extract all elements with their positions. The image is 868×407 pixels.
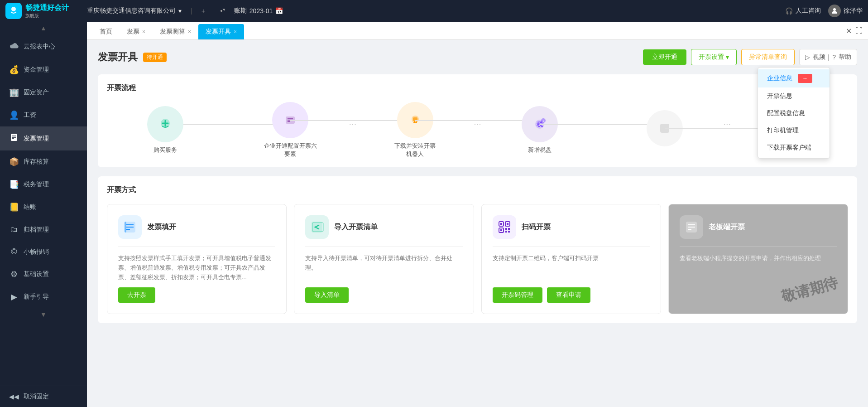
sidebar-scroll-down[interactable]: ▼ <box>0 308 87 321</box>
method-icon-import <box>305 215 329 239</box>
method-btn-3b[interactable]: 查看申请 <box>547 287 590 303</box>
settings-button[interactable] <box>214 5 229 16</box>
method-card-fill: 发票填开 支持按照发票样式手工填开发票；可开具增值税电子普通发票、增值税普通发票… <box>107 204 287 314</box>
method-btn-2[interactable]: 导入清单 <box>305 287 349 303</box>
dropdown-label: 打印机管理 <box>767 126 799 134</box>
status-badge: 待开通 <box>143 53 167 62</box>
tab-close-btn[interactable]: ✕ <box>846 26 852 35</box>
sidebar-item-inventory[interactable]: 📦 库存核算 <box>0 150 87 173</box>
connector-4: ··· <box>599 119 606 129</box>
sidebar-item-guide[interactable]: ▶ 新手引导 <box>0 286 87 308</box>
sidebar-unpin[interactable]: ◀◀ 取消固定 <box>0 386 87 407</box>
tab-invoice-close[interactable]: × <box>142 29 145 35</box>
sidebar-item-label: 固定资产 <box>24 88 49 97</box>
sidebar-item-label: 工资 <box>24 111 36 119</box>
svg-text:+: + <box>542 119 545 123</box>
tab-invoice-calc[interactable]: 发票测算 × <box>153 24 198 39</box>
method-icon-fill <box>118 215 142 239</box>
top-bar: 畅捷通好会计 旗舰版 重庆畅捷交通信息咨询有限公司 ▾ | + 账期 2023-… <box>0 0 868 22</box>
method-title-2: 导入开票清单 <box>334 223 378 232</box>
period-info: 账期 2023-01 📅 <box>234 7 283 15</box>
sidebar-item-archive[interactable]: 🗂 归档管理 <box>0 218 87 241</box>
abnormal-list-button[interactable]: 异常清单查询 <box>741 49 795 65</box>
divider: | <box>191 7 192 15</box>
dropdown-item-company[interactable]: 企业信息 → <box>758 69 830 87</box>
method-icon-qr <box>493 215 516 239</box>
calendar-icon[interactable]: 📅 <box>275 7 283 15</box>
add-button[interactable]: + <box>198 5 209 16</box>
sidebar-item-cloud-reports[interactable]: 云报表中心 <box>0 34 87 58</box>
flow-step-5 <box>606 110 723 150</box>
dropdown-item-invoice-info[interactable]: 开票信息 <box>758 87 830 105</box>
sidebar-item-assets[interactable]: 🏢 固定资产 <box>0 81 87 104</box>
support-button[interactable]: 🎧 人工咨询 <box>785 7 821 15</box>
sidebar-item-label: 税务管理 <box>24 180 49 189</box>
sidebar-item-tax[interactable]: 📑 税务管理 <box>0 173 87 196</box>
connector-5: ··· <box>723 119 731 129</box>
payment-methods-grid: 发票填开 支持按照发票样式手工填开发票；可开具增值税电子普通发票、增值税普通发票… <box>107 204 848 314</box>
method-card-qr: 扫码开票 支持定制开票二维码，客户端可扫码开票 开票码管理 查看申请 <box>481 204 661 314</box>
methods-section-title: 开票方式 <box>107 185 848 195</box>
svg-rect-22 <box>660 124 669 133</box>
video-help-button[interactable]: ▷ 视频 | ? 帮助 <box>799 49 857 65</box>
tab-invoice-open-close[interactable]: × <box>234 29 237 35</box>
user-button[interactable]: 徐泽华 <box>828 5 863 17</box>
sidebar-item-invoice[interactable]: 发票管理 <box>0 126 87 150</box>
svg-rect-42 <box>505 231 507 233</box>
sidebar-item-payroll[interactable]: 👤 工资 <box>0 104 87 126</box>
page-title: 发票开具 <box>98 50 138 64</box>
method-desc-2: 支持导入待开票清单，可对待开票清单进行拆分、合并处理。 <box>305 254 462 282</box>
sidebar-bottom-label: 取消固定 <box>24 392 49 401</box>
play-icon: ▷ <box>805 53 810 61</box>
flow-step-2: 企业开通配置开票六要素 <box>232 102 349 158</box>
sidebar-item-expense[interactable]: © 小畅报销 <box>0 241 87 263</box>
tab-invoice-label: 发票 <box>127 28 139 36</box>
company-selector[interactable]: 重庆畅捷交通信息咨询有限公司 ▾ <box>83 5 185 17</box>
method-header-1: 发票填开 <box>118 215 275 239</box>
settings-label: 开票设置 <box>699 53 724 61</box>
period-label: 账期 <box>234 7 247 15</box>
sidebar-item-label: 云报表中心 <box>24 43 55 51</box>
sidebar-item-label: 发票管理 <box>24 135 49 143</box>
svg-rect-41 <box>508 228 510 230</box>
sidebar-item-finance[interactable]: 💰 资金管理 <box>0 58 87 81</box>
svg-point-0 <box>11 7 16 11</box>
main-area: ▲ 云报表中心 💰 资金管理 🏢 固定资产 👤 工资 <box>0 22 868 407</box>
sidebar-scroll-up[interactable]: ▲ <box>0 22 87 34</box>
sidebar-item-label: 基础设置 <box>24 270 49 278</box>
dropdown-item-download[interactable]: 下载开票客户端 <box>758 139 830 156</box>
method-desc-3: 支持定制开票二维码，客户端可扫码开票 <box>493 254 650 282</box>
archive-icon: 🗂 <box>9 225 19 234</box>
method-header-2: 导入开票清单 <box>305 215 462 239</box>
help-label: 帮助 <box>839 53 851 61</box>
tab-invoice-open-label: 发票开具 <box>206 28 231 36</box>
svg-rect-40 <box>505 228 507 230</box>
method-btn-3a[interactable]: 开票码管理 <box>493 287 542 303</box>
dropdown-item-tax-config[interactable]: 配置税盘信息 <box>758 105 830 122</box>
sidebar-item-closing[interactable]: 📒 结账 <box>0 196 87 218</box>
tab-invoice-open[interactable]: 发票开具 × <box>198 24 244 39</box>
tab-maximize-btn[interactable]: ⛶ <box>855 26 863 35</box>
flow-section-title: 开票流程 <box>107 83 848 93</box>
method-btn-1[interactable]: 去开票 <box>118 287 155 303</box>
activate-button[interactable]: 立即开通 <box>643 49 686 65</box>
sidebar-item-label: 结账 <box>24 203 36 211</box>
svg-text:→: → <box>802 75 808 82</box>
expense-icon: © <box>9 247 19 257</box>
settings-dropdown-button[interactable]: 开票设置 ▾ <box>691 49 737 65</box>
app-sub: 旗舰版 <box>25 13 69 19</box>
app-container: 畅捷通好会计 旗舰版 重庆畅捷交通信息咨询有限公司 ▾ | + 账期 2023-… <box>0 0 868 407</box>
method-title-1: 发票填开 <box>147 223 176 232</box>
guide-icon: ▶ <box>9 292 19 302</box>
tab-home[interactable]: 首页 <box>92 24 120 39</box>
tab-actions: ✕ ⛶ <box>846 26 863 35</box>
closing-icon: 📒 <box>9 202 19 212</box>
tab-invoice-calc-close[interactable]: × <box>188 29 191 35</box>
dropdown-label: 企业信息 <box>767 74 792 82</box>
header-actions: 立即开通 开票设置 ▾ 异常清单查询 ▷ 视频 | ? 帮助 <box>643 49 857 65</box>
dropdown-item-printer[interactable]: 打印机管理 <box>758 122 830 139</box>
svg-rect-39 <box>500 229 502 231</box>
sidebar-item-settings[interactable]: ⚙ 基础设置 <box>0 263 87 286</box>
tab-invoice[interactable]: 发票 × <box>120 24 153 39</box>
method-card-import: 导入开票清单 支持导入待开票清单，可对待开票清单进行拆分、合并处理。 导入清单 <box>294 204 474 314</box>
